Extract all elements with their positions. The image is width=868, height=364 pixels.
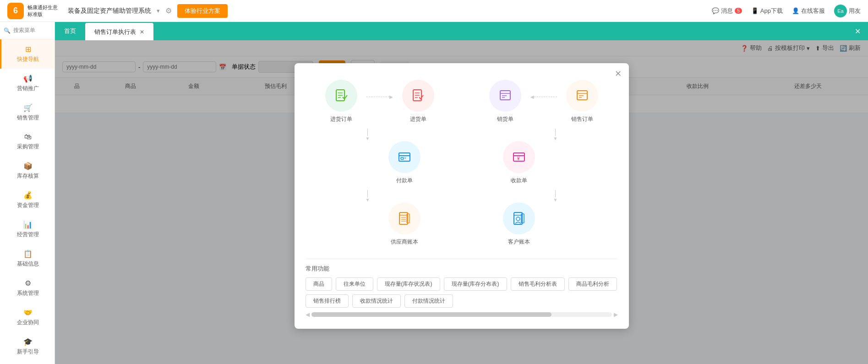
online-service-button[interactable]: 👤 在线客服 <box>792 7 825 15</box>
topbar-left: 6 畅康通好生意 标准版 装备及固定资产辅助管理系统 ▾ ⚙ 体验行业方案 <box>7 3 228 19</box>
func-btn-receipt-stat[interactable]: 收款情况统计 <box>352 294 401 308</box>
sidebar-item-basic-info[interactable]: 📋 基础信息 <box>0 244 55 273</box>
sidebar-item-operations[interactable]: 📊 经营管理 <box>0 215 55 244</box>
search-icon: 🔍 <box>4 27 11 34</box>
svg-rect-8 <box>500 91 510 100</box>
svg-text:¥: ¥ <box>404 157 406 159</box>
modal: ✕ <box>295 63 629 329</box>
avatar: Ea <box>834 5 847 17</box>
flow-item-purchase-order[interactable]: 进货订单 <box>325 80 357 123</box>
func-btn-stock-status[interactable]: 现存量(库存状况表) <box>377 277 440 291</box>
page-content: ❓ 帮助 🖨 按模板打印 ▾ ⬆ 导出 🔄 刷新 <box>55 40 868 364</box>
flow-item-sales-order[interactable]: 销售订单 <box>566 80 598 123</box>
flow-item-receipt[interactable]: ¥ 收款单 <box>503 141 535 185</box>
basic-info-icon: 📋 <box>23 250 33 258</box>
operations-icon: 📊 <box>23 220 33 229</box>
message-button[interactable]: 💬 消息 5 <box>712 7 742 15</box>
payment-circle: ¥ <box>388 141 420 173</box>
topbar-right: 💬 消息 5 📱 App下载 👤 在线客服 Ea 用友 <box>712 5 861 17</box>
flow-row-3: 供应商账本 <box>388 202 535 246</box>
tab-close-icon[interactable]: ✕ <box>140 29 144 35</box>
app-icon: 📱 <box>751 7 759 14</box>
finance-icon: 💰 <box>23 191 33 200</box>
sidebar: 🔍 搜索菜单 ⊞ 快捷导航 📢 营销推广 🛒 销售管理 🛍 采购管理 📦 <box>0 22 55 364</box>
scrollbar-thumb[interactable] <box>311 312 552 317</box>
func-btn-product-margin[interactable]: 商品毛利分析 <box>568 277 617 291</box>
app-download-button[interactable]: 📱 App下载 <box>751 7 783 15</box>
tab-home[interactable]: 首页 <box>55 22 85 40</box>
logo-icon: 6 <box>7 3 24 19</box>
scroll-right-arrow[interactable]: ▶ <box>614 311 618 318</box>
experience-button[interactable]: 体验行业方案 <box>177 4 228 18</box>
svg-text:¥: ¥ <box>517 156 520 161</box>
func-btn-stock-dist[interactable]: 现存量(库存分布表) <box>444 277 507 291</box>
flow-down-arrows-2: ▼ ▼ <box>306 190 618 202</box>
func-buttons-row2: 销售排行榜 收款情况统计 付款情况统计 <box>306 294 618 308</box>
topbar: 6 畅康通好生意 标准版 装备及固定资产辅助管理系统 ▾ ⚙ 体验行业方案 💬 … <box>0 0 868 22</box>
message-icon: 💬 <box>712 7 719 14</box>
quick-nav-icon: ⊞ <box>25 45 31 54</box>
inventory-icon: 📦 <box>23 162 33 170</box>
purchase-order-circle <box>325 80 357 112</box>
enterprise-icon: 🤝 <box>23 308 33 317</box>
content-area: 首页 销售订单执行表 ✕ ✕ ❓ 帮助 🖨 按 <box>55 22 868 364</box>
func-btn-sales-margin[interactable]: 销售毛利分析表 <box>511 277 565 291</box>
tab-sales-order-exec[interactable]: 销售订单执行表 ✕ <box>85 23 153 41</box>
svg-rect-18 <box>401 158 404 159</box>
system-icon: ⚙ <box>25 279 31 288</box>
newcomer-icon: 🎓 <box>23 337 33 346</box>
flow-row-1: 进货订单 ▶ <box>325 80 598 123</box>
flow-item-purchase-bill[interactable]: 进货单 <box>402 80 434 123</box>
sidebar-item-system[interactable]: ⚙ 系统管理 <box>0 273 55 303</box>
common-functions: 常用功能 商品 往来单位 现存量(库存状况表) 现存量(库存分布表) 销售毛利分… <box>306 259 618 308</box>
flow-item-sales-bill[interactable]: 销货单 <box>489 80 521 123</box>
flow-down-arrows-1: ▼ ▼ <box>306 129 618 141</box>
customer-ledger-circle <box>503 202 535 234</box>
dropdown-icon[interactable]: ▾ <box>157 7 160 14</box>
sidebar-item-finance[interactable]: 💰 资金管理 <box>0 185 55 215</box>
func-btn-partner[interactable]: 往来单位 <box>336 277 373 291</box>
scroll-left-arrow[interactable]: ◀ <box>306 311 310 318</box>
sales-bill-circle <box>489 80 521 112</box>
flow-item-payment[interactable]: ¥ 付款单 <box>388 141 420 185</box>
logo-area: 6 畅康通好生意 标准版 <box>7 3 62 19</box>
sidebar-item-enterprise[interactable]: 🤝 企业协同 <box>0 303 55 332</box>
marketing-icon: 📢 <box>23 74 33 83</box>
search-menu[interactable]: 🔍 搜索菜单 <box>0 22 55 39</box>
purchase-bill-circle <box>402 80 434 112</box>
service-icon: 👤 <box>792 7 799 14</box>
message-badge: 5 <box>735 8 742 14</box>
main-layout: 🔍 搜索菜单 ⊞ 快捷导航 📢 营销推广 🛒 销售管理 🛍 采购管理 📦 <box>0 22 868 364</box>
scrollbar-track <box>311 312 612 317</box>
supplier-ledger-circle <box>388 202 420 234</box>
sidebar-item-marketing[interactable]: 📢 营销推广 <box>0 69 55 98</box>
sales-icon: 🛒 <box>23 103 33 112</box>
sidebar-item-quick-nav[interactable]: ⊞ 快捷导航 <box>0 39 55 69</box>
system-title: 装备及固定资产辅助管理系统 <box>68 7 151 15</box>
purchase-icon: 🛍 <box>24 133 32 141</box>
tab-bar: 首页 销售订单执行表 ✕ ✕ <box>55 22 868 40</box>
flow-item-customer-ledger[interactable]: 客户账本 <box>503 202 535 246</box>
user-menu[interactable]: Ea 用友 <box>834 5 861 17</box>
svg-point-31 <box>516 217 520 221</box>
svg-rect-12 <box>577 91 587 100</box>
logo-text: 畅康通好生意 标准版 <box>27 4 58 17</box>
func-buttons-row1: 商品 往来单位 现存量(库存状况表) 现存量(库存分布表) 销售毛利分析表 商品… <box>306 277 618 291</box>
sidebar-item-sales[interactable]: 🛒 销售管理 <box>0 98 55 127</box>
sidebar-item-newcomer[interactable]: 🎓 新手引导 <box>0 332 55 361</box>
tab-bar-close-button[interactable]: ✕ <box>855 27 861 36</box>
func-btn-product[interactable]: 商品 <box>306 277 332 291</box>
func-btn-payment-stat[interactable]: 付款情况统计 <box>404 294 453 308</box>
modal-close-button[interactable]: ✕ <box>615 69 622 79</box>
flow-row-2: ¥ 付款单 ¥ <box>388 141 535 185</box>
common-functions-title: 常用功能 <box>306 265 618 273</box>
sidebar-item-inventory[interactable]: 📦 库存核算 <box>0 156 55 185</box>
flow-item-supplier-ledger[interactable]: 供应商账本 <box>388 202 420 246</box>
sales-order-circle <box>566 80 598 112</box>
flow-diagram: 进货订单 ▶ <box>306 74 618 251</box>
sidebar-item-purchase[interactable]: 🛍 采购管理 <box>0 127 55 156</box>
receipt-circle: ¥ <box>503 141 535 173</box>
func-btn-sales-rank[interactable]: 销售排行榜 <box>306 294 349 308</box>
settings-icon[interactable]: ⚙ <box>165 6 172 15</box>
